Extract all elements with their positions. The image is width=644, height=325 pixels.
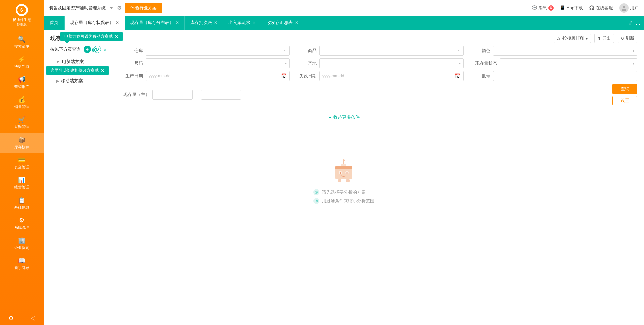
topbar: 装备及固定资产辅助管理系统 ⚙ 体验行业方案 💬 消息 6 📱 App下载 🎧 … [44, 0, 644, 16]
tab-inout-flow[interactable]: 出入库流水 ✕ [223, 16, 261, 30]
tooltip-close-icon[interactable]: ✕ [115, 34, 119, 39]
page-header: 现存量查询(按仓库+商品) 🖨 按模板打印 ▾ ⬆ 导出 ↻ 刷新 [44, 30, 644, 46]
tab-maximize-icon[interactable]: ⤢ [628, 20, 633, 26]
tab-recv-summary[interactable]: 收发存汇总表 ✕ [261, 16, 304, 30]
collapse-up-icon [328, 115, 332, 119]
sidebar-item-finance[interactable]: 💳 资金管理 [0, 153, 44, 173]
sidebar-item-search[interactable]: 🔍 搜索菜单 [0, 32, 44, 52]
tabbar: 首页 现存量（库存状况表） ✕ 现存量（库存分布表） ✕ 库存批次账 ✕ 出入库… [44, 16, 644, 30]
empty-illustration [327, 154, 361, 181]
filter-arrow-left-icon[interactable]: « [104, 47, 106, 52]
collapse-more-btn[interactable]: 收起更多条件 [50, 111, 637, 124]
sidebar-logo: 6 畅通好生意 标准版 [0, 0, 44, 30]
sidebar-item-operation[interactable]: 📊 经营管理 [0, 173, 44, 193]
marketing-icon: 📢 [18, 76, 25, 83]
export-btn[interactable]: ⬆ 导出 [594, 34, 614, 43]
sales-icon: 💰 [18, 96, 25, 103]
lightning-icon: ⚡ [18, 56, 25, 63]
message-btn[interactable]: 💬 消息 6 [532, 5, 554, 11]
tab-close-icon[interactable]: ✕ [295, 20, 298, 25]
sidebar-nav: 🔍 搜索菜单 ⚡ 快捷导航 📢 营销推广 💰 销售管理 🛒 采购管理 📦 库存核… [0, 30, 44, 311]
goods-input[interactable]: ··· [319, 46, 464, 56]
tab-fullscreen-icon[interactable]: ⛶ [635, 20, 641, 26]
origin-label: 产地 [297, 60, 317, 66]
stock-range-sep: — [195, 92, 199, 97]
filter-label: 按以下方案查询 [50, 46, 81, 52]
stock-main-input-min[interactable] [152, 90, 193, 100]
tab-stock-batch[interactable]: 库存批次账 ✕ [185, 16, 223, 30]
tab-stock-dist[interactable]: 现存量（库存分布表） ✕ [125, 16, 185, 30]
tab-push-btns: ⤢ ⛶ [625, 16, 644, 30]
size-dropdown-icon: ▾ [285, 62, 287, 65]
app-download-btn[interactable]: 📱 App下载 [560, 5, 583, 11]
warehouse-dots-icon[interactable]: ··· [282, 48, 287, 54]
produce-date-calendar-icon[interactable]: 📅 [281, 73, 287, 79]
pc-scheme-item[interactable]: ▼ 电脑端方案 [54, 58, 117, 66]
tab-home[interactable]: 首页 [44, 16, 65, 30]
sidebar-item-system[interactable]: ⚙ 系统管理 [0, 213, 44, 233]
filter-section: 按以下方案查询 + ↻ « 电脑方案可设为移动方案哦 ✕ [44, 46, 644, 127]
settings-icon: ⚙ [19, 217, 24, 224]
sidebar: 6 畅通好生意 标准版 🔍 搜索菜单 ⚡ 快捷导航 📢 营销推广 💰 销售管理 … [0, 0, 44, 325]
tab-inout-flow-label: 出入库流水 [228, 20, 250, 26]
sidebar-item-inventory[interactable]: 📦 库存核算 [0, 133, 44, 153]
tooltip-edit-close-icon[interactable]: ✕ [101, 68, 105, 73]
expire-date-input[interactable]: yyyy-mm-dd 📅 [319, 71, 464, 81]
system-title: 装备及固定资产辅助管理系统 [49, 5, 106, 11]
search-icon: 🔍 [18, 36, 25, 43]
sidebar-item-enterprise[interactable]: 🏢 企业协同 [0, 233, 44, 254]
stock-main-input-max[interactable] [201, 90, 241, 100]
stock-status-input[interactable]: ▾ [500, 58, 637, 68]
goods-dots-icon[interactable]: ··· [456, 48, 461, 54]
page-actions: 🖨 按模板打印 ▾ ⬆ 导出 ↻ 刷新 [554, 34, 637, 43]
stock-status-label: 现存量状态 [470, 60, 497, 66]
mobile-scheme-item[interactable]: ▶ 移动端方案 [54, 77, 117, 85]
user-btn[interactable]: 用户 [619, 3, 639, 13]
expire-date-calendar-icon[interactable]: 📅 [455, 73, 461, 79]
expire-date-placeholder: yyyy-mm-dd [322, 74, 344, 78]
sidebar-item-guide[interactable]: 📖 新手引导 [0, 254, 44, 274]
inventory-icon: 📦 [18, 136, 25, 144]
gear-icon[interactable]: ⚙ [117, 5, 122, 11]
svg-rect-11 [341, 164, 346, 166]
produce-date-label: 生产日期 [123, 73, 143, 79]
reset-btn[interactable]: 设置 [612, 96, 637, 105]
filter-header: 按以下方案查询 + ↻ « 电脑方案可设为移动方案哦 ✕ [50, 46, 117, 53]
industry-btn[interactable]: 体验行业方案 [125, 3, 162, 13]
query-btn[interactable]: 查询 [612, 84, 637, 94]
size-input[interactable]: ▾ [146, 58, 290, 68]
svg-marker-2 [110, 7, 113, 9]
tab-stock-status-label: 现存量（库存状况表） [70, 20, 114, 26]
tooltip-add-scheme: 电脑方案可设为移动方案哦 ✕ [60, 32, 123, 41]
tab-close-icon[interactable]: ✕ [116, 20, 119, 25]
batch-input[interactable] [493, 71, 637, 81]
batch-label: 批号 [470, 73, 490, 79]
sidebar-bottom: ⚙ ◁ [0, 311, 44, 325]
collapse-sidebar-icon[interactable]: ◁ [31, 314, 35, 322]
tab-close-icon[interactable]: ✕ [214, 20, 217, 25]
tab-stock-status[interactable]: 现存量（库存状况表） ✕ [65, 16, 125, 30]
logo-icon: 6 [16, 4, 28, 16]
print-icon: 🖨 [557, 36, 561, 41]
refresh-btn[interactable]: ↻ 刷新 [618, 34, 637, 43]
settings-bottom-icon[interactable]: ⚙ [8, 314, 14, 322]
filter-row-warehouse: 仓库 ··· [123, 46, 290, 56]
stock-status-dropdown-icon: ▾ [633, 62, 634, 65]
produce-date-input[interactable]: yyyy-mm-dd 📅 [146, 71, 290, 81]
sidebar-item-sales[interactable]: 💰 销售管理 [0, 93, 44, 113]
tab-close-icon[interactable]: ✕ [252, 20, 256, 25]
filter-add-btn[interactable]: + [84, 46, 91, 53]
print-btn[interactable]: 🖨 按模板打印 ▾ [554, 34, 591, 43]
color-input[interactable]: ▾ [493, 46, 637, 56]
dropdown-arrow-icon [109, 6, 114, 10]
sidebar-item-nav[interactable]: ⚡ 快捷导航 [0, 52, 44, 72]
chart-icon: 📊 [18, 176, 25, 184]
sidebar-item-basic[interactable]: 📋 基础信息 [0, 193, 44, 213]
warehouse-input[interactable]: ··· [146, 46, 290, 56]
origin-input[interactable]: ▾ [319, 58, 464, 68]
tab-close-icon[interactable]: ✕ [176, 20, 179, 25]
service-btn[interactable]: 🎧 在线客服 [589, 5, 613, 11]
sidebar-item-purchase[interactable]: 🛒 采购管理 [0, 113, 44, 133]
sidebar-item-marketing[interactable]: 📢 营销推广 [0, 72, 44, 93]
message-badge: 6 [548, 5, 554, 11]
